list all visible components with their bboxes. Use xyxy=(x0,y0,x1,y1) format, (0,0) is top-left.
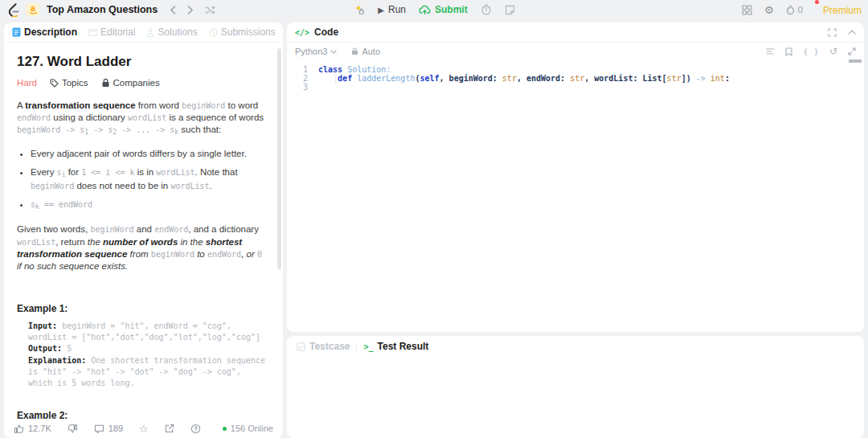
submit-button[interactable]: Submit xyxy=(419,4,468,15)
dislike-button[interactable] xyxy=(68,424,78,434)
expand-panel-icon[interactable] xyxy=(828,28,837,37)
notification-dot xyxy=(815,0,819,4)
share-button[interactable] xyxy=(165,424,174,433)
settings-gear-icon[interactable]: ⚙ xyxy=(764,5,774,15)
rule-item: Every si for 1 <= i <= k is in wordList.… xyxy=(31,166,265,192)
summary-paragraph: Given two words, beginWord and endWord, … xyxy=(17,223,265,272)
notes-icon[interactable] xyxy=(505,5,515,15)
test-panel: Testcase >_ Test Result xyxy=(287,336,864,438)
online-status: 156 Online xyxy=(223,424,273,433)
problem-content: 127. Word Ladder Hard Topics Companies A… xyxy=(4,43,278,419)
run-button[interactable]: ▶ Run xyxy=(378,4,406,15)
language-label: Python3 xyxy=(295,47,327,56)
description-tabs: Description Editorial Solutions Submissi… xyxy=(4,23,283,43)
run-label: Run xyxy=(388,4,406,15)
code-panel-header: </> Code xyxy=(287,23,864,43)
topbar: a Top Amazon Questions ▶ Run xyxy=(0,0,868,19)
test-panel-tabs: Testcase >_ Test Result xyxy=(287,336,864,357)
question-circle-icon xyxy=(190,424,201,434)
chevron-down-icon xyxy=(330,50,337,54)
language-selector[interactable]: Python3 xyxy=(295,47,337,56)
favorite-star-icon[interactable]: ☆ xyxy=(139,424,149,434)
like-button[interactable]: 12.7K xyxy=(14,424,51,434)
thumbs-up-icon xyxy=(14,424,24,434)
code-text: def ladderLength(self, beginWord: str, e… xyxy=(308,74,730,83)
comment-count: 189 xyxy=(108,424,123,433)
line-number: 2 xyxy=(287,74,308,83)
thumbs-down-icon xyxy=(68,424,78,434)
debugger-icon[interactable] xyxy=(353,4,365,15)
collapse-chevron-icon[interactable] xyxy=(848,30,856,35)
problem-list-title[interactable]: Top Amazon Questions xyxy=(47,4,158,15)
editorial-icon xyxy=(88,28,97,37)
snippets-icon[interactable]: ( ) xyxy=(803,47,819,56)
code-text xyxy=(308,83,318,92)
example-1-body: Input: beginWord = "hit", endWord = "cog… xyxy=(28,321,265,389)
streak-counter[interactable]: 0 xyxy=(786,5,803,15)
difficulty-badge[interactable]: Hard xyxy=(17,78,37,88)
problem-list-icon[interactable]: a xyxy=(27,3,39,16)
code-line: 1 class Solution: xyxy=(287,65,864,74)
tab-editorial[interactable]: Editorial xyxy=(88,27,135,38)
description-panel: Description Editorial Solutions Submissi… xyxy=(4,23,283,438)
example-1-title: Example 1: xyxy=(17,303,265,314)
cloud-upload-icon xyxy=(419,5,431,14)
code-panel-title: Code xyxy=(314,27,338,38)
timer-icon[interactable] xyxy=(481,4,492,15)
auto-label: Auto xyxy=(362,47,380,56)
code-text: class Solution: xyxy=(308,65,391,74)
example-2-title: Example 2: xyxy=(17,410,265,419)
leetcode-logo-icon[interactable] xyxy=(6,2,19,17)
bookmark-icon[interactable] xyxy=(785,47,792,56)
problem-title: 127. Word Ladder xyxy=(17,54,265,70)
editor-scrollbar[interactable] xyxy=(849,59,862,63)
comments-button[interactable]: 189 xyxy=(94,424,123,434)
testcase-check-icon xyxy=(297,342,305,351)
code-line: 2 def ladderLength(self, beginWord: str,… xyxy=(287,74,864,83)
line-number: 1 xyxy=(287,65,308,74)
prev-question-icon[interactable] xyxy=(170,6,176,14)
shuffle-icon[interactable] xyxy=(205,6,215,14)
line-number: 3 xyxy=(287,83,308,92)
rules-list: Every adjacent pair of words differs by … xyxy=(31,148,265,211)
editor-toolbar: Python3 Auto ( ) ↺ xyxy=(287,43,864,60)
description-doc-icon xyxy=(12,27,21,37)
scrollbar-thumb[interactable] xyxy=(277,48,281,269)
intro-paragraph: A transformation sequence from word begi… xyxy=(17,100,265,137)
tag-icon xyxy=(50,79,59,88)
tab-description[interactable]: Description xyxy=(12,27,77,38)
help-button[interactable] xyxy=(190,424,201,434)
code-icon: </> xyxy=(295,28,309,37)
share-icon xyxy=(165,424,174,433)
streak-count: 0 xyxy=(798,5,803,14)
tab-solutions[interactable]: Solutions xyxy=(146,27,197,38)
reset-code-icon[interactable]: ↺ xyxy=(829,47,837,56)
code-editor[interactable]: 1 class Solution: 2 def ladderLength(sel… xyxy=(287,60,864,92)
online-dot-icon xyxy=(223,427,227,431)
format-code-icon[interactable] xyxy=(766,48,775,55)
terminal-icon: >_ xyxy=(363,342,373,351)
tab-submissions[interactable]: Submissions xyxy=(209,27,276,38)
code-line: 3 xyxy=(287,83,864,92)
comment-icon xyxy=(94,424,104,434)
code-panel: </> Code Python3 Auto xyxy=(287,23,864,332)
topics-button[interactable]: Topics xyxy=(50,78,88,88)
submit-label: Submit xyxy=(435,4,468,15)
tab-testcase[interactable]: Testcase xyxy=(297,341,350,352)
flame-icon xyxy=(786,5,795,15)
next-question-icon[interactable] xyxy=(187,6,194,14)
online-count: 156 Online xyxy=(231,424,273,433)
like-count: 12.7K xyxy=(28,424,51,433)
rule-item: sk == endWord xyxy=(31,199,265,212)
play-icon: ▶ xyxy=(378,6,384,14)
lock-icon xyxy=(101,78,110,88)
auto-toggle[interactable]: Auto xyxy=(351,47,380,56)
flask-icon xyxy=(146,28,154,37)
problem-footer: 12.7K 189 ☆ xyxy=(4,419,283,438)
maximize-editor-icon[interactable] xyxy=(848,47,856,55)
premium-link[interactable]: Premium xyxy=(823,5,862,16)
companies-button[interactable]: Companies xyxy=(101,78,160,88)
indent-guide xyxy=(335,74,336,83)
layout-icon[interactable] xyxy=(742,5,752,15)
tab-test-result[interactable]: >_ Test Result xyxy=(363,341,428,352)
